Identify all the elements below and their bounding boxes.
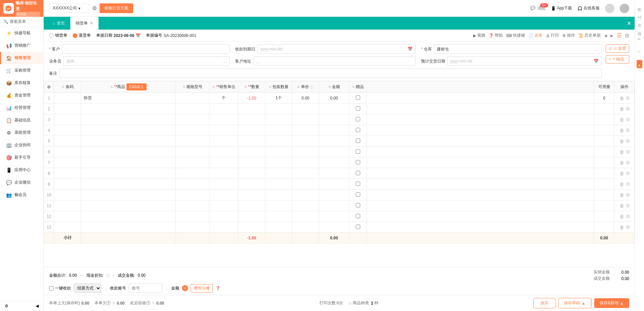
sidebar-item-sales[interactable]: 🏠 销售管理: [0, 52, 43, 64]
gift-checkbox[interactable]: [356, 106, 360, 111]
cell-price[interactable]: [292, 200, 319, 211]
cell-gift[interactable]: [349, 190, 367, 200]
gift-checkbox[interactable]: [356, 95, 360, 100]
copy-icon[interactable]: ⧉: [626, 117, 630, 122]
cell-barcode[interactable]: [54, 190, 81, 200]
tabbar-close-icon[interactable]: ✕: [627, 20, 631, 27]
cell-gift[interactable]: [349, 125, 367, 136]
price-info-icon[interactable]: ⓘ: [310, 85, 314, 89]
copy-icon[interactable]: ⧉: [626, 181, 630, 187]
cell-amount[interactable]: 0.00: [319, 93, 349, 104]
discount-info-icon[interactable]: ⓘ: [106, 273, 110, 278]
gift-checkbox[interactable]: [356, 117, 360, 121]
tab-close-icon[interactable]: ✕: [90, 21, 93, 26]
right-panel-item-5[interactable]: ✏: [637, 35, 642, 43]
cell-price[interactable]: [292, 222, 319, 233]
app-download-button[interactable]: 📱 App下载: [551, 5, 572, 11]
cell-pack-qty[interactable]: [265, 114, 292, 125]
sidebar-item-marketing[interactable]: 📢 营销推广: [0, 39, 43, 52]
cell-unit[interactable]: [210, 222, 238, 233]
message-button[interactable]: 💬 99+ 消息: [530, 5, 545, 11]
delete-icon[interactable]: 🗑: [619, 160, 624, 165]
cell-unit[interactable]: [210, 179, 238, 190]
cell-pack-qty[interactable]: 1个: [265, 93, 292, 104]
operate-btn[interactable]: ⚙ 操作: [562, 33, 575, 38]
delete-icon[interactable]: 🗑: [619, 203, 624, 208]
cell-spec[interactable]: [176, 114, 210, 125]
due-date-input[interactable]: yyyy-mm-dd 📅: [257, 44, 416, 54]
cell-amount[interactable]: [319, 114, 349, 125]
radio-sales-order[interactable]: 销货单: [49, 33, 67, 38]
cell-barcode[interactable]: [54, 114, 81, 125]
cell-spec[interactable]: [176, 147, 210, 157]
gift-checkbox[interactable]: [356, 182, 360, 186]
cell-price[interactable]: [292, 104, 319, 114]
copy-icon[interactable]: ⧉: [626, 170, 630, 176]
cell-pack-qty[interactable]: [265, 190, 292, 200]
nav-next-icon[interactable]: ▶: [610, 33, 613, 38]
right-panel-item-4[interactable]: 报: [636, 27, 643, 31]
delete-icon[interactable]: 🗑: [619, 171, 624, 176]
copy-icon[interactable]: ⧉: [626, 138, 630, 144]
cell-amount[interactable]: [319, 168, 349, 179]
delete-icon[interactable]: 🗑: [619, 225, 624, 230]
cell-amount[interactable]: [319, 147, 349, 157]
cell-remark[interactable]: [367, 179, 594, 190]
radio-return-order[interactable]: 退货单: [73, 33, 91, 38]
cell-qty[interactable]: [238, 114, 265, 125]
delete-icon[interactable]: 🗑: [619, 106, 624, 112]
right-panel-item-2[interactable]: 付: [636, 11, 643, 15]
company-gear-icon[interactable]: ⚙: [92, 5, 97, 11]
cell-remark[interactable]: [367, 190, 594, 200]
copy-icon[interactable]: ⧉: [626, 224, 630, 230]
view-grid-icon[interactable]: ⊞: [625, 32, 629, 39]
cell-remark[interactable]: [367, 93, 594, 104]
save-new-button[interactable]: 保存&新增 ▲: [594, 298, 629, 308]
cell-spec[interactable]: [176, 179, 210, 190]
gift-checkbox[interactable]: [356, 225, 360, 229]
delete-icon[interactable]: 🗑: [619, 149, 624, 155]
cell-qty[interactable]: [238, 125, 265, 136]
customer-addr-input[interactable]: ...: [253, 56, 416, 66]
settings-icon[interactable]: ⚙: [5, 304, 8, 308]
cell-gift[interactable]: [349, 104, 367, 114]
cell-qty[interactable]: [238, 104, 265, 114]
cell-remark[interactable]: [367, 114, 594, 125]
cell-pack-qty[interactable]: [265, 104, 292, 114]
print-btn[interactable]: 🖨 打印: [546, 33, 559, 38]
cell-gift[interactable]: [349, 168, 367, 179]
one-click-pay-checkbox[interactable]: 一键收款: [49, 285, 71, 291]
gift-checkbox[interactable]: [356, 139, 360, 143]
cell-unit[interactable]: [210, 211, 238, 222]
receive-info-icon[interactable]: ①: [152, 301, 155, 305]
flow-button[interactable]: + + 物流: [606, 55, 629, 64]
copy-icon[interactable]: ⧉: [626, 95, 630, 101]
sidebar-item-newbie[interactable]: 🎯 新手引导: [0, 151, 43, 164]
gift-checkbox[interactable]: [356, 149, 360, 154]
cell-pack-qty[interactable]: [265, 211, 292, 222]
cell-gift[interactable]: [349, 114, 367, 125]
cell-qty[interactable]: [238, 222, 265, 233]
account-input[interactable]: [129, 283, 162, 293]
cell-remark[interactable]: [367, 125, 594, 136]
gift-checkbox[interactable]: [356, 214, 360, 218]
trial-button[interactable]: 体验行业方案: [100, 3, 133, 13]
cell-goods[interactable]: [81, 114, 176, 125]
cell-goods[interactable]: [81, 190, 176, 200]
delete-icon[interactable]: 🗑: [619, 128, 624, 133]
salesperson-input[interactable]: 选择... ...: [63, 56, 230, 66]
cell-remark[interactable]: [367, 168, 594, 179]
cell-gift[interactable]: [349, 179, 367, 190]
cell-spec[interactable]: [176, 222, 210, 233]
cell-spec[interactable]: [176, 104, 210, 114]
cell-remark[interactable]: [367, 147, 594, 157]
warehouse-input[interactable]: 建材仓 ...: [434, 44, 602, 54]
cell-amount[interactable]: [319, 179, 349, 190]
cell-barcode[interactable]: [54, 211, 81, 222]
nav-prev-icon[interactable]: ◀: [604, 33, 607, 38]
cell-gift[interactable]: [349, 211, 367, 222]
shortcut-btn[interactable]: ⌨ 快捷键: [506, 33, 525, 38]
cell-goods[interactable]: [81, 125, 176, 136]
cell-barcode[interactable]: [54, 222, 81, 233]
cell-spec[interactable]: [176, 211, 210, 222]
